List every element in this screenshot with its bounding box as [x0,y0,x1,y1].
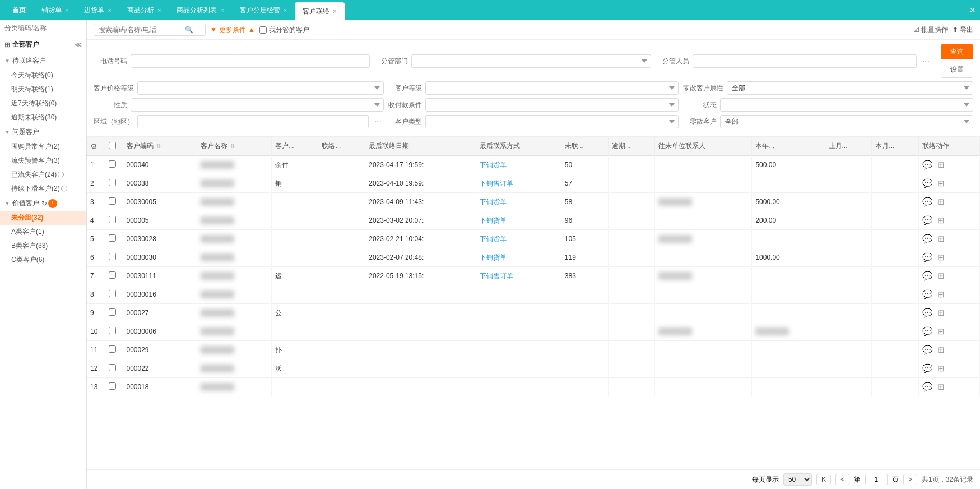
row-checkbox[interactable] [109,253,116,260]
chat-action-icon[interactable]: 💬 [922,326,933,336]
more-action-icon[interactable]: ⊞ [937,160,945,170]
sidebar-item-declining[interactable]: 持续下滑客户(2) ⓘ [0,182,86,196]
phone-input[interactable] [131,54,370,68]
all-customers-header[interactable]: ⊞ 全部客户 ≪ [0,36,86,53]
more-action-icon[interactable]: ⊞ [937,345,945,355]
row-checkbox[interactable] [109,234,116,242]
customer-type-select[interactable] [425,115,679,128]
table-settings-icon[interactable]: ⚙ [90,142,97,151]
person-more-icon[interactable]: ··· [920,56,932,66]
nature-select[interactable] [131,98,384,112]
more-action-icon[interactable]: ⊞ [937,363,945,373]
row-checkbox[interactable] [109,308,116,316]
sidebar-item-churn-risk[interactable]: 流失预警客户(3) [0,154,86,168]
product-analysis-list-tab-close[interactable]: × [220,7,224,13]
person-input[interactable] [693,54,917,68]
bulk-op-btn[interactable]: ☑ 批量操作 [913,25,948,35]
sidebar-item-abnormal[interactable]: 囤购异常客户(2) [0,140,86,154]
sales-tab-close[interactable]: × [65,7,68,13]
sidebar-item-overdue[interactable]: 逾期未联络(30) [0,110,86,124]
price-level-select[interactable] [137,81,384,95]
nav-tab-purchase[interactable]: 进货单 × [76,0,119,20]
sidebar-item-near7[interactable]: 近7天待联络(0) [0,96,86,110]
nav-tab-home[interactable]: 首页 [4,0,34,20]
value-refresh-icon[interactable]: ↻ [41,200,47,207]
status-select[interactable] [720,98,973,112]
chat-action-icon[interactable]: 💬 [922,363,933,373]
customer-segment-tab-close[interactable]: × [284,7,287,13]
my-customers-checkbox[interactable]: 我分管的客户 [259,25,309,35]
more-action-icon[interactable]: ⊞ [937,215,945,225]
more-action-icon[interactable]: ⊞ [937,271,945,281]
payment-select[interactable] [425,98,679,112]
sidebar-item-a-class[interactable]: A类客户(1) [0,225,86,239]
chat-action-icon[interactable]: 💬 [922,234,933,244]
chat-action-icon[interactable]: 💬 [922,178,933,188]
row-checkbox[interactable] [109,364,116,371]
sidebar-item-b-class[interactable]: B类客户(33) [0,239,86,253]
row-checkbox[interactable] [109,382,116,390]
chat-action-icon[interactable]: 💬 [922,289,933,299]
chat-action-icon[interactable]: 💬 [922,197,933,207]
col-name-sort[interactable]: ⇅ [230,143,235,149]
query-btn[interactable]: 查询 [941,44,973,59]
chat-action-icon[interactable]: 💬 [922,382,933,392]
last-method-link[interactable]: 下销货单 [480,198,507,206]
last-method-link[interactable]: 下销售订单 [480,179,513,187]
sidebar-item-c-class[interactable]: C类客户(6) [0,253,86,267]
first-page-btn[interactable]: K [816,474,831,485]
sidebar-item-tomorrow[interactable]: 明天待联络(1) [0,82,86,96]
more-action-icon[interactable]: ⊞ [937,326,945,336]
chat-action-icon[interactable]: 💬 [922,308,933,318]
row-checkbox[interactable] [109,179,116,186]
nav-tab-customer-contact[interactable]: 客户联络 × [295,2,344,20]
more-action-icon[interactable]: ⊞ [937,252,945,262]
row-checkbox[interactable] [109,160,116,168]
region-input[interactable] [137,115,369,128]
customer-contact-tab-close[interactable]: × [333,8,336,15]
window-close-btn[interactable]: × [969,4,976,16]
chat-action-icon[interactable]: 💬 [922,160,933,170]
col-code-sort[interactable]: ⇅ [156,143,161,149]
prev-page-btn[interactable]: < [835,474,849,485]
filter-search-icon[interactable]: 🔍 [185,26,193,34]
page-number-input[interactable] [865,474,888,485]
sidebar-group-pending[interactable]: ▼ 待联络客户 [0,53,86,68]
nav-tab-customer-segment[interactable]: 客户分层经营 × [232,0,295,20]
row-checkbox[interactable] [109,290,116,297]
more-action-icon[interactable]: ⊞ [937,234,945,244]
more-action-icon[interactable]: ⊞ [937,197,945,207]
row-checkbox[interactable] [109,216,116,223]
product-analysis-tab-close[interactable]: × [157,7,161,13]
row-checkbox[interactable] [109,197,116,205]
last-method-link[interactable]: 下销货单 [480,235,507,243]
more-action-icon[interactable]: ⊞ [937,289,945,299]
per-page-select[interactable]: 50 100 [783,473,812,486]
sidebar-search-input[interactable] [4,24,87,32]
row-checkbox[interactable] [109,345,116,353]
select-all-checkbox[interactable] [109,142,116,149]
row-checkbox[interactable] [109,271,116,279]
reset-btn[interactable]: 设置 [941,62,973,78]
my-customers-check[interactable] [259,26,267,34]
sidebar-item-lost[interactable]: 已流失客户(24) ⓘ [0,168,86,182]
last-method-link[interactable]: 下销货单 [480,253,507,261]
nav-tab-product-analysis-list[interactable]: 商品分析列表 × [169,0,231,20]
row-checkbox[interactable] [109,327,116,334]
last-method-link[interactable]: 下销售订单 [480,272,513,280]
more-conditions-btn[interactable]: ▼ 更多条件 ▲ [210,25,255,35]
region-more-icon[interactable]: ··· [372,117,384,127]
next-page-btn[interactable]: > [903,474,917,485]
chat-action-icon[interactable]: 💬 [922,271,933,281]
sidebar-collapse-btn[interactable]: ≪ [75,41,82,49]
more-action-icon[interactable]: ⊞ [937,308,945,318]
chat-action-icon[interactable]: 💬 [922,215,933,225]
zero-retail-select[interactable]: 全部 [720,115,973,128]
more-action-icon[interactable]: ⊞ [937,178,945,188]
dept-select[interactable] [411,54,651,68]
nav-tab-product-analysis[interactable]: 商品分析 × [119,0,169,20]
nav-tab-sales[interactable]: 销货单 × [34,0,76,20]
filter-search-input[interactable] [99,26,183,34]
sidebar-group-value[interactable]: ▼ 价值客户 ↻ ! [0,196,86,211]
sidebar-item-today[interactable]: 今天待联络(0) [0,68,86,82]
